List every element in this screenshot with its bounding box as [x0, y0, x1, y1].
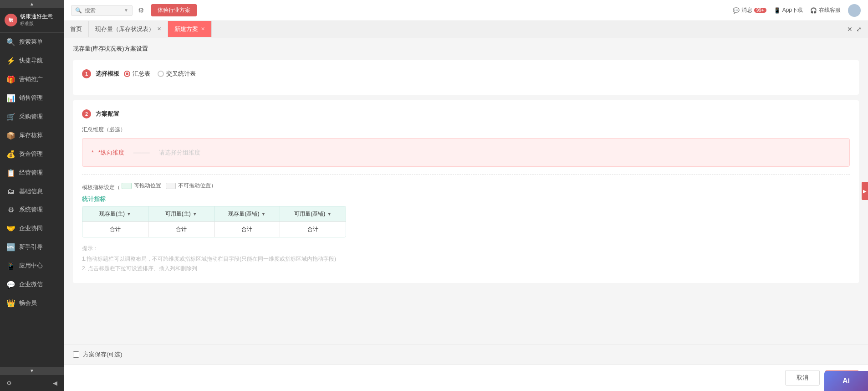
col1-dropdown-icon[interactable]: ▼ — [127, 211, 131, 216]
action-bar: 取消 查询 — [64, 364, 868, 391]
section1-header: 1 选择模板 汇总表 交叉统计表 — [82, 69, 850, 78]
divider1 — [82, 174, 850, 175]
close-window-icon[interactable]: ✕ — [847, 26, 853, 33]
sidebar-item-member[interactable]: 👑 畅会员 — [0, 294, 64, 313]
sidebar-scroll-down[interactable]: ▼ — [0, 367, 64, 375]
stats-data-row-1: 合计 合计 合计 合计 — [82, 221, 346, 237]
operations-icon: 📋 — [6, 169, 15, 177]
tab-inventory-close-icon[interactable]: ✕ — [157, 26, 161, 32]
sidebar-item-basic-info[interactable]: 🗂 基础信息 — [0, 182, 64, 201]
sidebar-item-finance[interactable]: 💰 资金管理 — [0, 145, 64, 164]
dimension-required-area[interactable]: * *纵向维度 —— 请选择分组维度 — [82, 138, 850, 167]
service-icon: 🎧 — [810, 7, 817, 14]
col2-dropdown-icon[interactable]: ▼ — [193, 211, 197, 216]
indicators-prefix: 模板指标设定（ — [82, 184, 120, 190]
dash-separator: —— — [133, 148, 150, 157]
tab-home[interactable]: 首页 — [64, 21, 89, 37]
online-service-button[interactable]: 🎧 在线客服 — [810, 6, 841, 14]
stats-header-row: 现存量(主) ▼ 可用量(主) ▼ 现存量(基辅) ▼ 可用量(基辅) ▼ — [82, 206, 346, 221]
stats-data-cell-1-3: 合计 — [214, 222, 281, 237]
sidebar-scroll-up[interactable]: ▲ — [0, 0, 64, 8]
purchase-icon: 🛒 — [6, 113, 15, 121]
cooperation-icon: 🤝 — [6, 224, 15, 233]
inventory-icon: 📦 — [6, 131, 15, 140]
sidebar-label-sales: 销售管理 — [19, 94, 43, 102]
sidebar-item-cooperation[interactable]: 🤝 企业协同 — [0, 219, 64, 238]
sales-icon: 📊 — [6, 94, 15, 103]
sidebar-label-marketing: 营销推广 — [19, 75, 43, 83]
movable-legend: 可拖动位置 — [122, 182, 161, 190]
expand-window-icon[interactable]: ⤢ — [856, 26, 862, 33]
ai-float-button[interactable]: Ai — [824, 371, 868, 391]
radio-summary[interactable]: 汇总表 — [124, 70, 150, 78]
sidebar-item-system[interactable]: ⚙ 系统管理 — [0, 201, 64, 219]
indicators-setting-label: 模板指标设定（ 可拖动位置 不可拖动位置） — [82, 182, 850, 191]
tab-new-plan-close-icon[interactable]: ✕ — [201, 26, 205, 32]
sidebar-label-purchase: 采购管理 — [19, 113, 43, 121]
sidebar-item-operations[interactable]: 📋 经营管理 — [0, 164, 64, 182]
sidebar-item-new-guide[interactable]: 🆕 新手引导 — [0, 238, 64, 257]
message-button[interactable]: 💬 消息 99+ — [733, 6, 766, 14]
sidebar-label-finance: 资金管理 — [19, 150, 43, 158]
finance-icon: 💰 — [6, 150, 15, 159]
sidebar-item-search-menu[interactable]: 🔍 搜索菜单 — [0, 33, 64, 51]
cancel-button[interactable]: 取消 — [785, 370, 820, 386]
stats-header-col4[interactable]: 可用量(基辅) ▼ — [280, 206, 346, 221]
stats-header-col1[interactable]: 现存量(主) ▼ — [82, 206, 148, 221]
app-download-button[interactable]: 📱 App下载 — [774, 6, 803, 14]
message-badge: 99+ — [754, 8, 766, 13]
sidebar-item-marketing[interactable]: 🎁 营销推广 — [0, 70, 64, 89]
sidebar-item-quick-nav[interactable]: ⚡ 快捷导航 — [0, 51, 64, 70]
stats-header-col2[interactable]: 可用量(主) ▼ — [148, 206, 214, 221]
message-icon: 💬 — [733, 7, 740, 14]
search-dropdown-icon[interactable]: ▼ — [124, 8, 128, 13]
sidebar-item-purchase[interactable]: 🛒 采购管理 — [0, 108, 64, 126]
sidebar-footer: ⚙ ◀ — [0, 375, 64, 391]
search-input[interactable] — [85, 7, 121, 14]
app-center-icon: 📱 — [6, 262, 15, 270]
tip-item-1: 1.拖动标题栏可以调整布局，不可跨维度或指标区域拖动栏目字段(只能在同一维度或指… — [82, 254, 850, 264]
sidebar-item-wechat[interactable]: 💬 企业微信 — [0, 275, 64, 294]
save-label: 方案保存(可选) — [83, 350, 123, 359]
collapse-icon[interactable]: ◀ — [53, 380, 57, 386]
radio-cross-circle — [158, 71, 164, 77]
section1-title: 选择模板 — [96, 70, 119, 78]
stats-data-cell-1-1: 合计 — [82, 222, 148, 237]
logo-title: 畅康通好生意 — [20, 13, 53, 21]
col4-label: 可用量(基辅) — [294, 210, 325, 218]
user-avatar[interactable] — [848, 4, 861, 17]
sidebar-nav: 🔍 搜索菜单 ⚡ 快捷导航 🎁 营销推广 📊 销售管理 🛒 采购管理 📦 库存核… — [0, 33, 64, 367]
sidebar: ▲ 畅 畅康通好生意 标准版 🔍 搜索菜单 ⚡ 快捷导航 🎁 营销推广 📊 销售… — [0, 0, 64, 391]
content-area: 现存量(库存状况表)方案设置 1 选择模板 汇总表 交叉统计表 — [64, 37, 868, 345]
tips-section: 提示： 1.拖动标题栏可以调整布局，不可跨维度或指标区域拖动栏目字段(只能在同一… — [82, 245, 850, 274]
sidebar-item-app-center[interactable]: 📱 应用中心 — [0, 257, 64, 275]
dim-placeholder: 请选择分组维度 — [159, 149, 200, 157]
section2-title: 方案配置 — [96, 110, 119, 118]
stats-header-col3[interactable]: 现存量(基辅) ▼ — [214, 206, 281, 221]
movable-box — [122, 183, 132, 189]
tab-inventory-status[interactable]: 现存量（库存状况表） ✕ — [89, 21, 168, 37]
topbar-right: 💬 消息 99+ 📱 App下载 🎧 在线客服 — [733, 4, 861, 17]
col2-label: 可用量(主) — [165, 210, 191, 218]
message-label: 消息 — [741, 6, 752, 14]
sidebar-item-sales[interactable]: 📊 销售管理 — [0, 89, 64, 108]
settings-icon[interactable]: ⚙ — [6, 380, 12, 386]
radio-cross[interactable]: 交叉统计表 — [158, 70, 196, 78]
trial-button[interactable]: 体验行业方案 — [151, 4, 197, 16]
tab-inventory-label: 现存量（库存状况表） — [95, 25, 154, 33]
col1-label: 现存量(主) — [99, 210, 125, 218]
col4-dropdown-icon[interactable]: ▼ — [327, 211, 332, 216]
dimension-label: 汇总维度（必选） — [82, 126, 850, 134]
tab-new-plan[interactable]: 新建方案 ✕ — [168, 21, 212, 37]
gear-icon[interactable]: ⚙ — [138, 6, 144, 15]
main-area: 🔍 ▼ ⚙ 体验行业方案 💬 消息 99+ 📱 App下载 🎧 在线客服 — [64, 0, 868, 391]
tabs-bar: 首页 现存量（库存状况表） ✕ 新建方案 ✕ ✕ ⤢ — [64, 21, 868, 37]
online-service-label: 在线客服 — [819, 6, 841, 14]
search-box[interactable]: 🔍 ▼ — [71, 5, 133, 16]
col3-dropdown-icon[interactable]: ▼ — [261, 211, 266, 216]
search-menu-icon: 🔍 — [6, 38, 15, 46]
app-download-label: App下载 — [782, 6, 803, 14]
right-collapse-btn[interactable]: ▶ — [862, 182, 868, 200]
sidebar-item-inventory[interactable]: 📦 库存核算 — [0, 126, 64, 145]
save-checkbox[interactable] — [73, 351, 79, 358]
